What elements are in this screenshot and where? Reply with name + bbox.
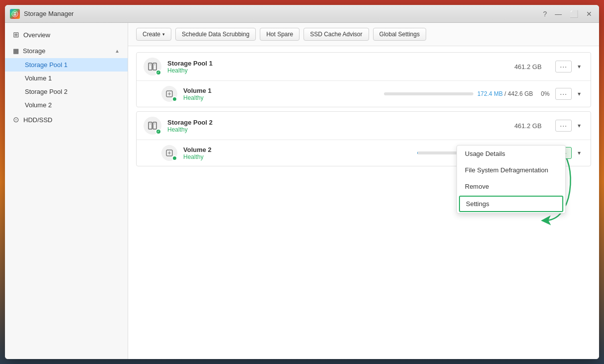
svg-rect-4 <box>153 63 156 70</box>
storage-label: Storage <box>23 47 46 55</box>
volume-2-icon <box>161 145 177 161</box>
pool-1-name: Storage Pool 1 <box>167 60 508 67</box>
pool-2-header: ✓ Storage Pool 2 Healthy 461.2 GB ··· ▾ <box>137 112 591 140</box>
pool-2-actions: ··· ▾ <box>555 120 584 132</box>
ssd-cache-advisor-button[interactable]: SSD Cache Advisor <box>303 28 369 41</box>
sidebar-item-storage-pool-1[interactable]: Storage Pool 1 <box>5 58 128 72</box>
pool-1-actions: ··· ▾ <box>555 61 584 73</box>
volume-1-expand-button[interactable]: ▾ <box>575 89 584 99</box>
menu-item-defrag[interactable]: File System Defragmentation <box>457 162 565 178</box>
volume-1-info: Volume 1 Healthy <box>183 87 378 101</box>
volume-2-status-dot <box>172 155 177 161</box>
svg-rect-8 <box>149 122 152 129</box>
pool-2-expand-button[interactable]: ▾ <box>575 121 584 131</box>
pool-1-header: ✓ Storage Pool 1 Healthy 461.2 GB ··· ▾ <box>137 53 591 80</box>
close-button[interactable]: ✕ <box>584 9 594 19</box>
app-icon <box>10 9 20 19</box>
window-controls: ? — ⬜ ✕ <box>541 9 594 19</box>
storage-pool-2-row: ✓ Storage Pool 2 Healthy 461.2 GB ··· ▾ <box>136 111 591 166</box>
content-area: ✓ Storage Pool 1 Healthy 461.2 GB ··· ▾ <box>128 46 599 359</box>
volume-2-name: Volume 2 <box>183 146 411 153</box>
pool-1-info: Storage Pool 1 Healthy <box>167 60 508 74</box>
pool-2-more-button[interactable]: ··· <box>555 120 572 132</box>
pool-2-icon: ✓ <box>144 117 161 135</box>
main-content: Create ▾ Schedule Data Scrubbing Hot Spa… <box>128 23 599 359</box>
volume-1-status-dot <box>172 96 177 102</box>
global-settings-button[interactable]: Global Settings <box>373 28 426 41</box>
volume-1-row: Volume 1 Healthy 172.4 MB / 442.6 GB <box>137 80 591 107</box>
maximize-button[interactable]: ⬜ <box>568 9 580 19</box>
volume-1-icon <box>161 86 177 102</box>
pool-1-icon: ✓ <box>144 58 161 75</box>
pool-2-status-dot: ✓ <box>155 129 161 135</box>
pool-1-status-dot: ✓ <box>155 70 161 75</box>
pool-1-more-button[interactable]: ··· <box>555 61 572 73</box>
volume-1-name: Volume 1 <box>183 87 378 94</box>
pool-1-expand-button[interactable]: ▾ <box>575 62 584 72</box>
menu-item-settings[interactable]: Settings <box>459 196 563 212</box>
sidebar-item-overview[interactable]: ⊞ Overview <box>5 27 128 43</box>
menu-item-remove[interactable]: Remove <box>457 178 565 195</box>
overview-icon: ⊞ <box>13 30 19 39</box>
schedule-scrubbing-button[interactable]: Schedule Data Scrubbing <box>175 28 256 41</box>
sidebar-item-volume-2[interactable]: Volume 2 <box>5 98 128 112</box>
volume-1-usage: 172.4 MB / 442.6 GB 0% <box>384 90 549 97</box>
volume-1-actions: ··· ▾ <box>555 88 584 100</box>
volume-1-more-button[interactable]: ··· <box>555 88 572 100</box>
create-dropdown-arrow: ▾ <box>162 32 165 37</box>
sidebar-group-storage: ▦ Storage ▲ Storage Pool 1 Volume 1 Stor… <box>5 44 128 112</box>
sidebar-item-volume-1[interactable]: Volume 1 <box>5 72 128 85</box>
chevron-up-icon: ▲ <box>115 48 120 54</box>
sidebar-group-storage-header[interactable]: ▦ Storage ▲ <box>5 44 128 58</box>
svg-rect-2 <box>13 14 16 15</box>
create-button[interactable]: Create ▾ <box>136 28 171 41</box>
hot-spare-button[interactable]: Hot Spare <box>260 28 300 41</box>
volume-1-usage-percent: 0% <box>541 90 549 97</box>
svg-rect-9 <box>153 122 156 129</box>
pool-1-size: 461.2 GB <box>514 63 541 71</box>
pool-2-name: Storage Pool 2 <box>167 119 508 126</box>
volume-2-context-menu: Usage Details File System Defragmentatio… <box>456 145 566 214</box>
pool-2-status: Healthy <box>167 126 508 133</box>
hdd-icon: ⊙ <box>13 115 19 124</box>
svg-point-0 <box>12 11 18 17</box>
pool-2-info: Storage Pool 2 Healthy <box>167 119 508 133</box>
volume-1-usage-bar <box>384 92 473 95</box>
hdd-label: HDD/SSD <box>23 116 53 124</box>
volume-1-usage-text: 172.4 MB / 442.6 GB <box>477 90 533 97</box>
storage-pool-1-row: ✓ Storage Pool 1 Healthy 461.2 GB ··· ▾ <box>136 52 591 107</box>
window-title: Storage Manager <box>24 10 541 17</box>
sidebar-item-storage-pool-2[interactable]: Storage Pool 2 <box>5 85 128 98</box>
volume-1-status: Healthy <box>183 94 378 101</box>
svg-rect-3 <box>149 63 152 70</box>
app-body: ⊞ Overview ▦ Storage ▲ Storage Pool 1 Vo… <box>5 23 599 359</box>
titlebar: Storage Manager ? — ⬜ ✕ <box>5 5 599 23</box>
volume-2-row: Volume 2 Healthy 17 MB / 96 GB <box>137 140 591 166</box>
sidebar-item-hdd-ssd[interactable]: ⊙ HDD/SSD <box>5 112 128 128</box>
volume-2-usage-fill <box>417 151 418 154</box>
minimize-button[interactable]: — <box>553 9 564 19</box>
volume-2-status: Healthy <box>183 153 411 160</box>
svg-rect-1 <box>13 12 16 13</box>
storage-icon: ▦ <box>13 47 19 55</box>
main-window: Storage Manager ? — ⬜ ✕ ⊞ Overview ▦ Sto… <box>5 5 599 359</box>
toolbar: Create ▾ Schedule Data Scrubbing Hot Spa… <box>128 23 599 46</box>
menu-item-usage-details[interactable]: Usage Details <box>457 146 565 162</box>
help-button[interactable]: ? <box>541 9 549 19</box>
pool-2-size: 461.2 GB <box>514 122 541 130</box>
volume-2-expand-button[interactable]: ▾ <box>575 148 584 158</box>
sidebar: ⊞ Overview ▦ Storage ▲ Storage Pool 1 Vo… <box>5 23 128 359</box>
overview-label: Overview <box>23 31 50 39</box>
volume-2-info: Volume 2 Healthy <box>183 146 411 160</box>
pool-1-status: Healthy <box>167 67 508 74</box>
